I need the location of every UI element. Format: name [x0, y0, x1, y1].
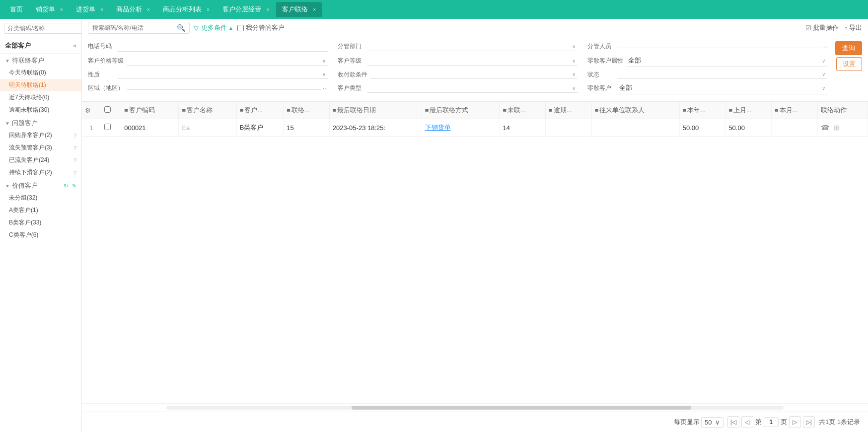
close-customer-contact-icon[interactable]: × [313, 6, 316, 12]
nav-sales[interactable]: 销货单 × [30, 2, 69, 17]
last-method-link[interactable]: 下销货单 [425, 124, 451, 131]
last-page-btn[interactable]: ▷| [803, 416, 815, 428]
sidebar-item-overdue[interactable]: 逾期未联络(30) [0, 104, 81, 116]
region-select[interactable] [127, 86, 321, 90]
level-label: 客户等级 [338, 57, 367, 65]
nav-customer-layering[interactable]: 客户分层经营 × [217, 2, 275, 17]
payment-label: 收付款条件 [338, 71, 370, 79]
sidebar-item-repurchase-anomaly[interactable]: 回购异常客户(2) ? [0, 129, 81, 142]
manager-select[interactable] [617, 45, 820, 48]
region-dots[interactable]: ··· [323, 85, 328, 92]
filter-row-4: 区域（地区） ··· 客户类型 ∨ 零 [88, 82, 827, 94]
close-sales-icon[interactable]: × [60, 6, 63, 12]
payment-select[interactable]: ∨ [370, 70, 578, 79]
all-customers-header[interactable]: 全部客户 « [0, 38, 81, 54]
export-icon: ↑ [845, 24, 848, 32]
sidebar-search-input[interactable] [4, 23, 82, 34]
chev-down-icon: ∨ [572, 44, 576, 49]
sidebar-item-ungrouped[interactable]: 未分组(32) [0, 192, 81, 204]
sidebar-item-tomorrow[interactable]: 明天待联络(1) [0, 79, 81, 91]
filter-cell-retail-customer: 零散客户 全部 ∨ [587, 82, 827, 94]
col-settings[interactable]: ⚙ [82, 102, 101, 119]
col-code: ≡ 客户编码 [121, 102, 179, 119]
sidebar-item-churn-warning[interactable]: 流失预警客户(3) ? [0, 142, 81, 154]
filter-icon: ▽ [194, 24, 199, 32]
more-conditions-btn[interactable]: ▽ 更多条件 ▲ [194, 23, 233, 32]
row-checkbox[interactable] [104, 124, 111, 130]
filter-row-1: 电话号码 分管部门 ∨ 分管人员 [88, 41, 827, 52]
sidebar-item-c-class[interactable]: C类客户(6) [0, 229, 81, 241]
my-customers-checkbox[interactable]: 我分管的客户 [237, 23, 285, 32]
retail-attr-select[interactable]: 全部 ∨ [626, 55, 827, 67]
close-customer-layering-icon[interactable]: × [266, 6, 269, 12]
nav-purchase[interactable]: 进货单 × [70, 2, 109, 17]
next-page-btn[interactable]: ▷ [789, 416, 801, 428]
customer-type-label: 客户类型 [338, 84, 367, 92]
page-size-chev-icon: ∨ [715, 419, 720, 426]
set-btn[interactable]: 设置 [836, 57, 862, 71]
col-name: ≡ 客户名称 [179, 102, 236, 119]
phone-label: 电话号码 [88, 42, 118, 51]
action-phone-icon[interactable]: ☎ [821, 124, 829, 132]
filter-row-3: 性质 ∨ 收付款条件 ∨ [88, 70, 827, 79]
sidebar-item-declining[interactable]: 持续下滑客户(2) ? [0, 166, 81, 179]
nav-goods-analysis[interactable]: 商品分析 × [110, 2, 156, 17]
sidebar-item-b-class[interactable]: B类客户(33) [0, 216, 81, 229]
batch-op-btn[interactable]: ☑ 批量操作 [805, 23, 839, 32]
retail-customer-select[interactable]: 全部 ∨ [617, 82, 827, 94]
bottom-bar [82, 403, 868, 412]
filter-search-input[interactable] [92, 24, 177, 31]
refresh-icon[interactable]: ↻ [64, 183, 68, 189]
level-select[interactable]: ∨ [367, 57, 578, 66]
col-contact: ≡ 联络... [284, 102, 330, 119]
col-partner-contact: ≡ 往来单位联系人 [591, 102, 679, 119]
manager-label: 分管人员 [587, 42, 617, 51]
scrollbar-thumb[interactable] [352, 406, 691, 410]
sidebar-item-a-class[interactable]: A类客户(1) [0, 204, 81, 216]
nav-home[interactable]: 首页 [4, 2, 29, 17]
edit-value-icon[interactable]: ✎ [72, 183, 76, 189]
filter-cell-phone: 电话号码 [88, 41, 328, 52]
status-select[interactable]: ∨ [617, 70, 827, 79]
filter-action-col: 查询 设置 [827, 41, 862, 97]
pagination: 每页显示 50 ∨ |◁ ◁ 第 页 ▷ ▷| 共1页 1条记录 [82, 412, 868, 432]
group-problem-customers: ▼ 问题客户 [0, 116, 81, 129]
close-goods-analysis-icon[interactable]: × [147, 6, 150, 12]
first-page-btn[interactable]: |◁ [727, 416, 739, 428]
filter-cell-nature: 性质 ∨ [88, 70, 328, 79]
page-number-input[interactable] [764, 417, 779, 427]
nav-customer-contact[interactable]: 客户联络 × [276, 2, 322, 17]
row-action: ☎ ⊞ [817, 119, 868, 137]
horizontal-scrollbar[interactable] [166, 406, 784, 410]
prev-page-btn[interactable]: ◁ [741, 416, 753, 428]
close-goods-list-icon[interactable]: × [207, 6, 210, 12]
help-icon-2: ? [73, 145, 76, 151]
export-btn[interactable]: ↑ 导出 [845, 23, 863, 32]
sidebar-item-today[interactable]: 今天待联络(0) [0, 67, 81, 79]
price-level-select[interactable]: ∨ [127, 57, 328, 66]
sidebar-item-7days[interactable]: 近7天待联络(0) [0, 91, 81, 104]
retail-customer-label: 零散客户 [587, 84, 617, 92]
chev-down-icon-4: ∨ [822, 58, 825, 64]
phone-input[interactable] [118, 41, 328, 52]
action-grid-icon[interactable]: ⊞ [833, 124, 839, 132]
chev-down-icon-2: ∨ [322, 58, 326, 64]
sidebar-search-area: 🔍 [0, 19, 81, 38]
select-all-checkbox[interactable] [104, 106, 111, 113]
collapse-icon[interactable]: « [73, 42, 76, 49]
customer-type-select[interactable]: ∨ [367, 84, 578, 93]
nature-select[interactable]: ∨ [118, 70, 328, 79]
page-size-box[interactable]: 50 ∨ [701, 417, 723, 428]
filter-cell-status: 状态 ∨ [587, 70, 827, 79]
query-btn[interactable]: 查询 [835, 41, 862, 55]
col-checkbox[interactable] [101, 102, 121, 119]
arrow-icon: ▼ [5, 58, 10, 64]
my-customers-check[interactable] [237, 25, 244, 31]
dept-select[interactable]: ∨ [367, 42, 578, 51]
manager-dots[interactable]: ··· [822, 43, 827, 50]
nav-goods-list[interactable]: 商品分析列表 × [157, 2, 216, 17]
filter-search-icon[interactable]: 🔍 [177, 24, 185, 32]
row-last-method[interactable]: 下销货单 [422, 119, 500, 137]
sidebar-item-churned[interactable]: 已流失客户(24) ? [0, 154, 81, 166]
close-purchase-icon[interactable]: × [100, 6, 103, 12]
